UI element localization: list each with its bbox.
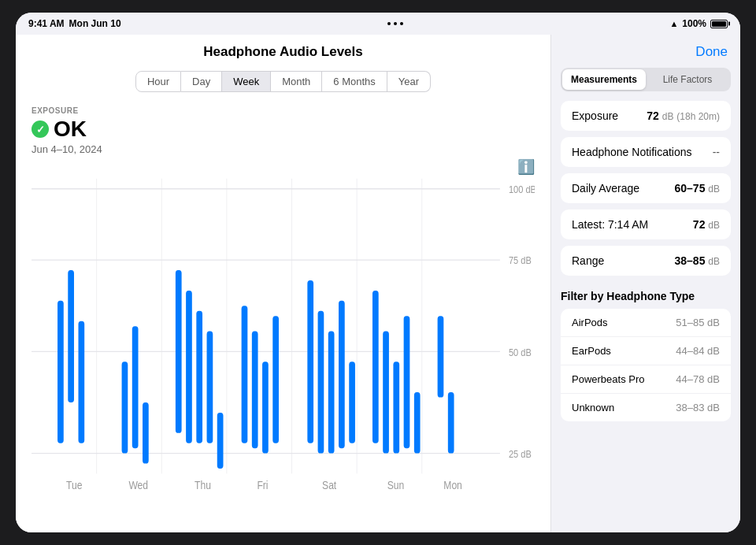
svg-rect-16 <box>176 270 182 433</box>
stat-label-notifications: Headphone Notifications <box>572 146 692 158</box>
tab-hour[interactable]: Hour <box>135 71 181 92</box>
svg-rect-34 <box>414 392 421 454</box>
dot3 <box>400 22 403 25</box>
svg-rect-29 <box>349 361 355 443</box>
stat-value-notifications: -- <box>713 146 720 158</box>
stat-value-daily-average: 60–75 dB <box>674 182 720 195</box>
stat-card-range: Range 38–85 dB <box>561 246 731 276</box>
time-tabs: Hour Day Week Month 6 Months Year <box>16 66 550 100</box>
svg-rect-26 <box>318 311 324 454</box>
svg-rect-33 <box>404 316 410 448</box>
svg-text:Sun: Sun <box>387 479 405 491</box>
svg-rect-13 <box>122 361 128 453</box>
svg-rect-17 <box>186 291 192 443</box>
svg-text:75 dB: 75 dB <box>509 254 532 266</box>
filter-section: Filter by Headphone Type AirPods 51–85 d… <box>551 282 740 431</box>
stat-card-exposure: Exposure 72 dB (18h 20m) <box>561 101 731 131</box>
segment-life-factors[interactable]: Life Factors <box>646 69 729 90</box>
filter-row-unknown: Unknown 38–83 dB <box>561 394 731 421</box>
stat-label-range: Range <box>572 254 604 267</box>
filter-label-powerbeats: Powerbeats Pro <box>572 373 645 385</box>
svg-rect-21 <box>242 306 248 443</box>
stat-label-latest: Latest: 7:14 AM <box>572 218 648 231</box>
stat-label-exposure: Exposure <box>572 109 618 122</box>
svg-rect-25 <box>307 280 313 443</box>
stat-value-latest: 72 dB <box>693 218 720 231</box>
svg-rect-35 <box>438 316 444 397</box>
svg-rect-31 <box>383 332 389 454</box>
svg-text:50 dB: 50 dB <box>509 347 532 358</box>
svg-text:Mon: Mon <box>443 479 462 491</box>
svg-text:Sat: Sat <box>322 479 336 491</box>
ok-text: OK <box>54 117 87 142</box>
battery-percent: 100% <box>682 18 706 29</box>
filter-value-earpods: 44–84 dB <box>676 345 720 357</box>
filter-card: AirPods 51–85 dB EarPods 44–84 dB Powerb… <box>561 309 731 421</box>
svg-rect-28 <box>339 301 345 448</box>
stat-card-daily-average: Daily Average 60–75 dB <box>561 173 731 203</box>
done-button[interactable]: Done <box>695 44 728 60</box>
filter-row-powerbeats: Powerbeats Pro 44–78 dB <box>561 365 731 394</box>
right-panel: Done Measurements Life Factors Exposure … <box>551 35 740 532</box>
ok-checkmark: ✓ <box>32 120 49 138</box>
status-date: Mon Jun 10 <box>69 18 121 29</box>
chart-header: Headphone Audio Levels <box>16 35 550 66</box>
svg-rect-22 <box>252 332 258 449</box>
svg-rect-30 <box>372 291 379 443</box>
filter-label-airpods: AirPods <box>572 317 608 328</box>
filter-row-earpods: EarPods 44–84 dB <box>561 337 731 365</box>
chart-container: ℹ️ <box>32 158 535 525</box>
tab-month[interactable]: Month <box>271 71 322 92</box>
chart-title: Headphone Audio Levels <box>203 44 362 59</box>
svg-text:Tue: Tue <box>66 479 82 491</box>
svg-text:Thu: Thu <box>195 479 211 491</box>
filter-value-unknown: 38–83 dB <box>676 402 720 413</box>
svg-text:Fri: Fri <box>257 479 268 491</box>
filter-value-powerbeats: 44–78 dB <box>676 373 720 385</box>
status-bar: 9:41 AM Mon Jun 10 ▲ 100% <box>16 13 740 35</box>
tab-year[interactable]: Year <box>387 71 431 92</box>
segment-control: Measurements Life Factors <box>561 68 731 91</box>
battery-icon <box>710 20 728 28</box>
svg-rect-20 <box>217 413 224 469</box>
stats-section: Exposure 72 dB (18h 20m) Headphone Notif… <box>551 101 740 282</box>
tab-week[interactable]: Week <box>222 71 271 92</box>
svg-text:100 dB: 100 dB <box>509 184 535 195</box>
filter-title: Filter by Headphone Type <box>561 290 731 302</box>
filter-label-earpods: EarPods <box>572 345 611 357</box>
exposure-status: ✓ OK <box>32 117 535 142</box>
stat-label-daily-average: Daily Average <box>572 182 639 195</box>
dot2 <box>394 22 397 25</box>
svg-text:Wed: Wed <box>128 479 148 491</box>
chart-svg: 100 dB 75 dB 50 dB 25 dB Tue Wed Thu Fri… <box>32 158 535 525</box>
right-header: Done <box>551 35 740 68</box>
svg-text:25 dB: 25 dB <box>509 448 532 460</box>
svg-rect-23 <box>262 361 269 453</box>
svg-rect-18 <box>196 311 202 443</box>
stat-card-notifications: Headphone Notifications -- <box>561 137 731 167</box>
filter-value-airpods: 51–85 dB <box>676 317 720 328</box>
svg-rect-36 <box>448 392 454 454</box>
info-button[interactable]: ℹ️ <box>517 158 535 176</box>
stat-value-range: 38–85 dB <box>674 254 720 267</box>
left-panel: Headphone Audio Levels Hour Day Week Mon… <box>16 35 551 532</box>
stat-value-exposure: 72 dB (18h 20m) <box>647 109 720 122</box>
stat-card-latest: Latest: 7:14 AM 72 dB <box>561 209 731 239</box>
tab-6months[interactable]: 6 Months <box>322 71 387 92</box>
exposure-section: EXPOSURE ✓ OK Jun 4–10, 2024 <box>16 100 550 158</box>
exposure-label: EXPOSURE <box>32 106 535 115</box>
status-time: 9:41 AM <box>28 18 65 29</box>
content-area: Headphone Audio Levels Hour Day Week Mon… <box>16 35 740 532</box>
ipad-frame: 9:41 AM Mon Jun 10 ▲ 100% Headphone Audi… <box>16 13 740 532</box>
svg-rect-14 <box>132 326 139 448</box>
svg-rect-27 <box>328 332 335 454</box>
tab-day[interactable]: Day <box>181 71 222 92</box>
svg-rect-19 <box>207 332 213 443</box>
dot1 <box>387 22 391 25</box>
segment-measurements[interactable]: Measurements <box>562 69 646 90</box>
wifi-icon: ▲ <box>669 19 678 28</box>
svg-rect-11 <box>68 270 74 402</box>
filter-row-airpods: AirPods 51–85 dB <box>561 309 731 337</box>
filter-label-unknown: Unknown <box>572 402 614 413</box>
svg-rect-24 <box>272 316 279 443</box>
